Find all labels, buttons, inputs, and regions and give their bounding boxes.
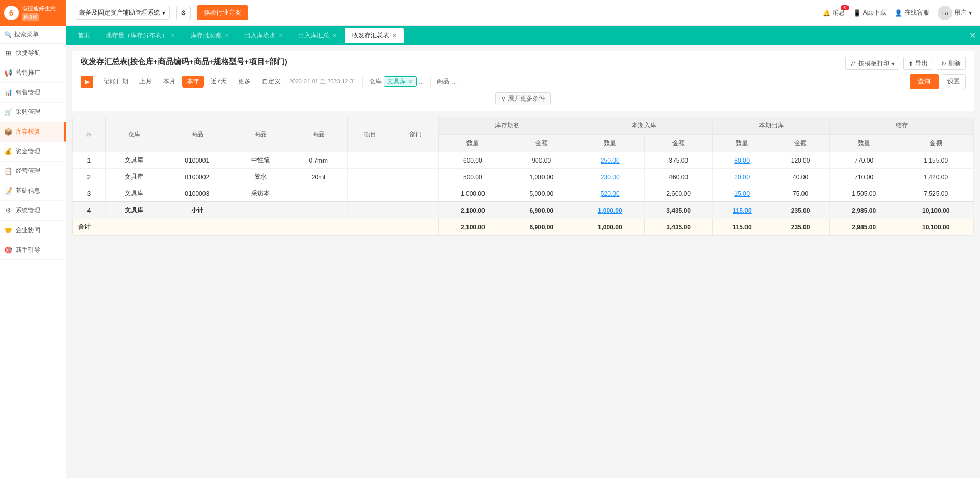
messages-badge: 6 — [841, 5, 849, 10]
sub-out-qty[interactable]: 115.00 — [713, 202, 771, 219]
mobile-icon: 📱 — [853, 9, 861, 17]
search-icon: 🔍 — [4, 31, 12, 38]
sidebar-item-label: 基础信息 — [16, 186, 40, 195]
row2-in-qty[interactable]: 230.00 — [576, 169, 644, 185]
warehouse-tag[interactable]: 文具库 ✕ — [384, 76, 417, 87]
filter-divider — [362, 77, 363, 87]
tab-flow-label: 出入库流水 — [244, 31, 275, 40]
th-goods-name: 商品 — [231, 117, 289, 152]
system-select[interactable]: 装备及固定资产辅助管理系统 ▾ — [75, 6, 170, 20]
tab-recv-summary-close[interactable]: ✕ — [392, 33, 397, 38]
sidebar-item-purchase[interactable]: 🛒 采购管理 — [0, 103, 66, 122]
online-service-btn[interactable]: 👤 在线客服 — [895, 8, 929, 17]
inventory-icon: 📦 — [4, 128, 12, 136]
row3-out-qty[interactable]: 15.00 — [713, 185, 771, 202]
tab-summary-label: 出入库汇总 — [298, 31, 329, 40]
tab-batch-close[interactable]: ✕ — [225, 33, 229, 38]
date-btn-more[interactable]: 更多 — [233, 76, 255, 88]
tab-stock-dist-label: 现存量（库存分布表） — [106, 31, 168, 40]
filter-toggle[interactable]: ▶ — [81, 76, 93, 88]
sidebar-item-label: 销售管理 — [16, 88, 40, 97]
guide-icon: 🎯 — [4, 246, 12, 254]
sidebar-item-system[interactable]: ⚙ 系统管理 — [0, 201, 66, 221]
app-download-btn[interactable]: 📱 App下载 — [853, 8, 886, 17]
row2-warehouse: 文具库 — [105, 169, 163, 185]
warehouse-tag-text: 文具库 — [387, 77, 406, 86]
trial-btn[interactable]: 体验行业方案 — [197, 5, 248, 20]
sub-empty3 — [347, 202, 393, 219]
tab-stock-dist-close[interactable]: ✕ — [171, 33, 175, 38]
date-btn-last-month[interactable]: 上月 — [135, 76, 156, 88]
sidebar-item-quick-nav[interactable]: ⊞ 快捷导航 — [0, 44, 66, 63]
sidebar-item-label: 经营管理 — [16, 167, 40, 176]
date-btn-this-month[interactable]: 本月 — [158, 76, 180, 88]
warehouse-tag-close-icon[interactable]: ✕ — [408, 78, 413, 85]
sidebar-item-sales[interactable]: 📊 销售管理 — [0, 83, 66, 103]
page-title: 收发存汇总表(按仓库+商品编码+商品+规格型号+项目+部门) — [81, 57, 287, 67]
row1-open-amt: 900.00 — [507, 152, 576, 169]
goods-more[interactable]: ... — [451, 78, 457, 85]
total-open-qty: 2,100.00 — [438, 219, 507, 236]
refresh-btn[interactable]: ↻ 刷新 — [937, 57, 966, 70]
tab-home[interactable]: 首页 — [70, 28, 97, 43]
row2-in-amt: 460.00 — [644, 169, 712, 185]
sidebar-item-operation[interactable]: 📋 经营管理 — [0, 162, 66, 181]
sub-in-qty[interactable]: 1,000.00 — [576, 202, 644, 219]
tab-recv-summary[interactable]: 收发存汇总表 ✕ — [345, 28, 404, 43]
total-close-qty: 2,985.00 — [830, 219, 898, 236]
messages-btn[interactable]: 🔔 消息 6 — [823, 8, 845, 17]
expand-more-btn[interactable]: ∨ 展开更多条件 — [495, 92, 551, 105]
row2-out-qty[interactable]: 20.00 — [713, 169, 771, 185]
total-row: 合计 2,100.00 6,900.00 1,000.00 3,435.00 1… — [73, 219, 974, 236]
row3-in-qty[interactable]: 520.00 — [576, 185, 644, 202]
service-label: 在线客服 — [904, 8, 929, 17]
row3-no: 3 — [73, 185, 106, 202]
tab-flow-close[interactable]: ✕ — [279, 33, 283, 38]
date-btn-this-year[interactable]: 本年 — [182, 76, 204, 88]
row1-in-amt: 375.00 — [644, 152, 712, 169]
sub-open-amt: 6,900.00 — [507, 202, 576, 219]
date-range-display: 2023-01-01 至 2023-12-31 — [289, 78, 357, 85]
sales-icon: 📊 — [4, 89, 12, 97]
sidebar-item-guide[interactable]: 🎯 新手引导 — [0, 240, 66, 260]
goods-filter: 商品 ... — [437, 77, 457, 86]
row2-no: 2 — [73, 169, 106, 185]
tab-recv-summary-label: 收发存汇总表 — [352, 31, 389, 40]
content-area: 收发存汇总表(按仓库+商品编码+商品+规格型号+项目+部门) 🖨 按模板打印 ▾… — [66, 45, 980, 478]
row2-dept — [393, 169, 438, 185]
filter-settings-btn[interactable]: 设置 — [942, 74, 966, 89]
tab-summary[interactable]: 出入库汇总 ✕ — [291, 28, 344, 43]
row3-close-amt: 7,525.00 — [898, 185, 974, 202]
tab-flow[interactable]: 出入库流水 ✕ — [237, 28, 290, 43]
sidebar-item-marketing[interactable]: 📢 营销推广 — [0, 63, 66, 83]
row1-in-qty[interactable]: 250.00 — [576, 152, 644, 169]
sidebar-item-inventory[interactable]: 📦 库存核算 — [0, 122, 66, 142]
tabs-close-all[interactable]: ✕ — [969, 31, 976, 40]
query-btn[interactable]: 查询 — [910, 74, 939, 89]
export-btn[interactable]: ⬆ 导出 — [903, 57, 932, 70]
tab-summary-close[interactable]: ✕ — [332, 33, 337, 38]
sub-close-qty: 2,985.00 — [830, 202, 898, 219]
date-btn-custom[interactable]: 自定义 — [257, 76, 285, 88]
th-out-qty: 数量 — [713, 135, 771, 152]
table-container: ⚙ 仓库 商品 商品 商品 项目 部门 库存期初 本期入库 本期出库 结存 数量 — [72, 117, 974, 236]
sidebar-item-corp[interactable]: 🤝 企业协同 — [0, 221, 66, 240]
warehouse-more[interactable]: ... — [419, 78, 424, 85]
total-in-qty: 1,000.00 — [576, 219, 644, 236]
row3-name: 采访本 — [231, 185, 289, 202]
print-btn[interactable]: 🖨 按模板打印 ▾ — [845, 57, 899, 70]
sidebar-item-finance[interactable]: 💰 资金管理 — [0, 142, 66, 162]
row1-out-qty[interactable]: 80.00 — [713, 152, 771, 169]
table-settings-col[interactable]: ⚙ — [73, 117, 106, 152]
settings-button[interactable]: ⚙ — [176, 6, 191, 20]
date-btn-7days[interactable]: 近7天 — [206, 76, 231, 88]
sidebar-search[interactable]: 🔍 搜索菜单 — [0, 26, 66, 44]
row3-open-qty: 1,000.00 — [438, 185, 507, 202]
user-menu[interactable]: Ea 用户 ▾ — [938, 6, 972, 20]
sidebar-item-label: 采购管理 — [16, 108, 40, 117]
tab-batch[interactable]: 库存批次账 ✕ — [183, 28, 236, 43]
tab-stock-dist[interactable]: 现存量（库存分布表） ✕ — [98, 28, 182, 43]
print-label: 按模板打印 — [858, 59, 889, 68]
sidebar-item-basic[interactable]: 📝 基础信息 — [0, 181, 66, 201]
th-open-group: 库存期初 — [438, 117, 576, 135]
